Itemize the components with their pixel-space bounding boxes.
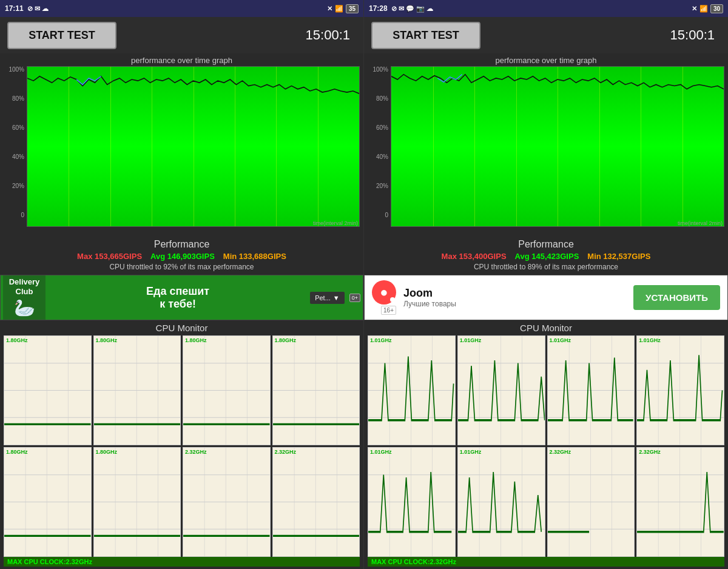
close-icon: ✕ [327, 5, 332, 13]
cpu-freq-r1: 1.01GHz [460, 337, 482, 343]
battery-badge-right: 30 [710, 4, 723, 13]
ad-banner-right[interactable]: ● 16+ Joom Лучшие товары УСТАНОВИТЬ [364, 275, 728, 320]
perf-max-right: Max 153,400GIPS [442, 252, 507, 261]
graph-container-right: 100% 80% 60% 40% 20% 0 tim [368, 66, 724, 227]
mail-icon-r: ✉ [399, 5, 404, 13]
cpu-cell-6: 2.32GHz [183, 447, 271, 557]
max-cpu-bar-left: MAX CPU CLOCK:2.32GHz [4, 557, 360, 567]
performance-graph-right: performance over time graph 100% 80% 60%… [364, 53, 728, 235]
x-label-right: time(interval 2min) [678, 220, 723, 226]
cpu-cell-svg-6 [183, 448, 270, 556]
graph-area-left: time(interval 2min) [27, 66, 360, 227]
cpu-freq-1: 1.80GHz [96, 337, 118, 343]
status-icons-right: ⊘ ✉ 💬 📷 ☁ [391, 5, 692, 13]
perf-min-left: Min 133,688GIPS [223, 252, 286, 261]
cpu-cell-r3: 1.01GHz [636, 335, 724, 445]
cpu-cell-svg-r0 [368, 336, 455, 445]
cpu-cell-3: 1.80GHz [272, 335, 360, 445]
y-100-r: 100% [368, 66, 388, 73]
ad-right-text: Pet... [315, 294, 331, 301]
ad-joom-name: Joom [403, 287, 626, 300]
perf-stats-right: Performance Max 153,400GIPS Avg 145,423G… [364, 235, 728, 275]
y-0: 0 [4, 212, 24, 218]
y-80: 80% [4, 95, 24, 102]
max-cpu-bar-right: MAX CPU CLOCK:2.32GHz [368, 557, 724, 567]
y-100: 100% [4, 66, 24, 73]
signal-icon-r: ⊘ [391, 5, 397, 13]
cpu-freq-r3: 1.01GHz [639, 337, 661, 343]
ad-logo-line2: Club [16, 287, 33, 296]
status-bar-right: 17:28 ⊘ ✉ 💬 📷 ☁ ✕ 📶 30 [364, 0, 728, 17]
cpu-freq-r6: 2.32GHz [550, 449, 571, 455]
left-panel: 17:11 ⊘ ✉ ☁ ✕ 📶 35 START TEST 15:00:1 pe… [0, 0, 364, 569]
cpu-freq-7: 2.32GHz [275, 449, 297, 455]
cpu-cell-4: 1.80GHz [4, 447, 92, 557]
ad-delivery-right: Pet... ▼ [310, 292, 345, 304]
y-60-r: 60% [368, 124, 388, 131]
cpu-cell-svg-r6 [548, 448, 635, 556]
perf-avg-left: Avg 146,903GIPS [150, 252, 215, 261]
cpu-freq-0: 1.80GHz [6, 337, 28, 343]
timer-display-right: 15:00:1 [670, 27, 715, 43]
y-40-r: 40% [368, 153, 388, 160]
start-test-button-right[interactable]: START TEST [371, 22, 480, 49]
cpu-freq-4: 1.80GHz [6, 449, 28, 455]
start-test-button-left[interactable]: START TEST [7, 22, 116, 49]
y-axis-right: 100% 80% 60% 40% 20% 0 [368, 66, 391, 227]
message-icon-r: 💬 [406, 5, 414, 13]
perf-numbers-left: Max 153,665GIPS Avg 146,903GIPS Min 133,… [5, 252, 359, 261]
cpu-cell-r5: 1.01GHz [457, 447, 545, 557]
ad-delivery-age: 0+ [349, 294, 360, 302]
cpu-cell-r1: 1.01GHz [457, 335, 545, 445]
perf-max-left: Max 153,665GIPS [77, 252, 142, 261]
top-controls-right: START TEST 15:00:1 [364, 17, 728, 53]
cpu-cell-r2: 1.01GHz [547, 335, 635, 445]
cpu-cell-1: 1.80GHz [93, 335, 181, 445]
cpu-cell-0: 1.80GHz [4, 335, 92, 445]
graph-title-left: performance over time graph [4, 56, 360, 65]
x-label-left: time(interval 2min) [313, 220, 358, 226]
cloud-icon-r: ☁ [426, 5, 433, 13]
cpu-cell-svg-r2 [548, 336, 635, 445]
ad-delivery[interactable]: Delivery Club 🦢 Еда спешитк тебе! Pet...… [1, 275, 363, 320]
cpu-cell-r4: 1.01GHz [368, 447, 456, 557]
cpu-freq-6: 2.32GHz [185, 449, 207, 455]
cpu-monitor-title-left: CPU Monitor [4, 323, 360, 333]
status-time-left: 17:11 [5, 4, 24, 13]
cpu-cell-svg-4 [4, 448, 91, 556]
cpu-cell-svg-r1 [458, 336, 545, 445]
cpu-cell-svg-r3 [637, 336, 724, 445]
graph-container-left: 100% 80% 60% 40% 20% 0 [4, 66, 360, 227]
cpu-grid-right: 1.01GHz 1.01GHz [368, 335, 724, 557]
cpu-cell-svg-3 [273, 336, 360, 445]
status-bar-left: 17:11 ⊘ ✉ ☁ ✕ 📶 35 [0, 0, 363, 17]
perf-throttle-left: CPU throttled to 92% of its max performa… [5, 263, 359, 271]
cpu-freq-5: 1.80GHz [96, 449, 118, 455]
mail-icon: ✉ [35, 5, 40, 13]
cpu-freq-r0: 1.01GHz [370, 337, 392, 343]
status-right-right: ✕ 📶 30 [692, 4, 723, 13]
perf-line-svg-left [27, 67, 359, 226]
ad-joom[interactable]: ● 16+ Joom Лучшие товары УСТАНОВИТЬ [365, 275, 727, 320]
camera-icon-r: 📷 [416, 5, 425, 13]
ad-joom-install-button[interactable]: УСТАНОВИТЬ [633, 285, 720, 310]
performance-graph-left: performance over time graph 100% 80% 60%… [0, 53, 363, 235]
cpu-freq-r2: 1.01GHz [550, 337, 571, 343]
cpu-freq-r7: 2.32GHz [639, 449, 661, 455]
wifi-icon: 📶 [335, 5, 343, 13]
perf-numbers-right: Max 153,400GIPS Avg 145,423GIPS Min 132,… [369, 252, 723, 261]
cpu-cell-5: 1.80GHz [93, 447, 181, 557]
perf-line-svg-right [391, 67, 724, 226]
cpu-cell-2: 1.80GHz [183, 335, 271, 445]
y-0-r: 0 [368, 212, 388, 218]
ad-delivery-text: Еда спешитк тебе! [50, 285, 305, 311]
cpu-freq-2: 1.80GHz [185, 337, 207, 343]
ad-joom-age: 16+ [381, 306, 396, 315]
ad-logo-line1: Delivery [9, 277, 40, 286]
perf-title-right: Performance [369, 239, 723, 250]
ad-banner-left[interactable]: Delivery Club 🦢 Еда спешитк тебе! Pet...… [0, 275, 363, 320]
y-80-r: 80% [368, 95, 388, 102]
cpu-cell-svg-5 [94, 448, 181, 556]
top-controls-left: START TEST 15:00:1 [0, 17, 363, 53]
perf-throttle-right: CPU throttled to 89% of its max performa… [369, 263, 723, 271]
